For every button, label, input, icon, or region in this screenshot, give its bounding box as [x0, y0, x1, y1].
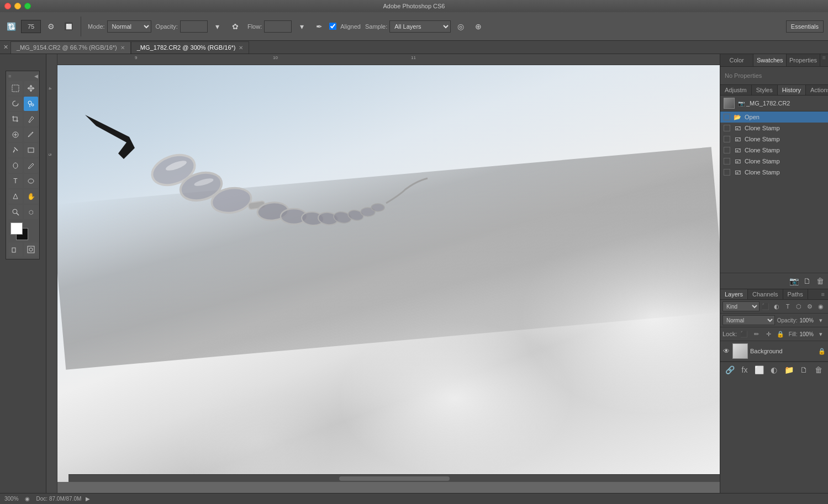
extra-tool[interactable]: ⬡ — [24, 205, 38, 219]
zoom-indicator-btn[interactable]: ◉ — [23, 495, 32, 503]
toolbox-drag-handle[interactable]: ≡ — [8, 73, 11, 79]
lasso-tool[interactable] — [8, 97, 23, 111]
paths-tab[interactable]: Paths — [783, 289, 808, 299]
history-item-5[interactable]: 🖃 Clone Stamp — [720, 167, 828, 178]
history-item-0[interactable]: 📂 Open — [720, 112, 828, 123]
channels-tab[interactable]: Channels — [748, 289, 783, 299]
new-snapshot-button[interactable]: 📷 — [788, 275, 799, 287]
filter-toggle[interactable]: ◉ — [816, 301, 826, 311]
close-button[interactable] — [4, 3, 11, 9]
move-tool[interactable] — [24, 81, 38, 96]
tab-close-0[interactable]: ✕ — [120, 45, 125, 51]
aligned-checkbox[interactable] — [329, 23, 336, 30]
history-item-4[interactable]: 🖃 Clone Stamp — [720, 156, 828, 167]
delete-state-button[interactable]: 🗑 — [815, 275, 826, 287]
toolbox-collapse[interactable]: ◀ — [34, 73, 38, 79]
lock-position-btn[interactable]: ✛ — [763, 329, 773, 339]
layer-filter-select[interactable]: Kind — [722, 301, 760, 311]
layer-row-background[interactable]: 👁 Background 🔒 — [720, 341, 828, 362]
history-item-label-0: Open — [745, 114, 760, 120]
eyedropper-tool[interactable] — [24, 112, 38, 126]
path-select-tool[interactable] — [8, 189, 23, 204]
adjustm-tab[interactable]: Adjustm — [720, 85, 752, 95]
foreground-background-colors[interactable] — [10, 222, 29, 241]
delete-layer-btn[interactable]: 🗑 — [813, 364, 824, 375]
mode-select[interactable]: Normal Multiply Screen — [107, 20, 151, 33]
history-item-3[interactable]: 🖃 Clone Stamp — [720, 145, 828, 156]
quick-mask-mode[interactable] — [24, 242, 38, 257]
filter-shape-btn[interactable]: ⬡ — [794, 301, 804, 311]
link-layers-btn[interactable]: 🔗 — [724, 364, 735, 375]
properties-tab[interactable]: Properties — [787, 54, 820, 66]
tab-1[interactable]: _MG_1782.CR2 @ 300% (RGB/16*) ✕ — [131, 41, 250, 54]
minimize-button[interactable] — [14, 3, 21, 9]
brush-tool[interactable] — [8, 143, 23, 157]
foreground-color-swatch[interactable] — [10, 222, 23, 235]
tab-close-1[interactable]: ✕ — [239, 45, 243, 51]
swatches-tab[interactable]: Swatches — [753, 54, 787, 66]
lock-transparent-btn[interactable]: ⬛ — [739, 329, 749, 339]
panel-menu-icon[interactable]: ≡ — [820, 54, 828, 66]
ellipse-tool[interactable] — [24, 174, 38, 188]
maximize-button[interactable] — [24, 3, 31, 9]
fill-arrow-btn[interactable]: ▾ — [816, 329, 826, 339]
opacity-arrow-btn[interactable]: ▾ — [816, 315, 826, 325]
quick-mask-standard[interactable] — [8, 242, 23, 257]
patch-tool[interactable] — [8, 158, 23, 173]
filter-adjust-btn[interactable]: ◐ — [772, 301, 782, 311]
canvas-area[interactable]: 9 10 11 4 5 — [46, 54, 720, 493]
zoom-tool[interactable] — [8, 205, 23, 219]
filter-pixel-btn[interactable]: ⬛ — [761, 301, 771, 311]
opacity-input[interactable]: 100% — [180, 20, 208, 33]
flow-input[interactable]: 100% — [264, 20, 292, 33]
spot-heal-tool[interactable] — [8, 128, 23, 142]
essentials-button[interactable]: Essentials — [786, 20, 824, 33]
opacity-arrow[interactable]: ▾ — [210, 19, 225, 34]
blend-mode-select[interactable]: Normal Multiply Screen — [722, 315, 775, 325]
tablet-btn[interactable]: ✒ — [312, 19, 327, 34]
sample-select[interactable]: All Layers Current Layer Current & Below — [389, 20, 451, 33]
tool-icon-1[interactable]: 🔃 — [3, 19, 19, 34]
marquee-tool[interactable] — [8, 81, 23, 96]
scrollbar-thumb[interactable] — [339, 476, 450, 481]
layer-visibility-eye[interactable]: 👁 — [722, 347, 730, 355]
ignore-btn[interactable]: ◎ — [453, 19, 468, 34]
brush-size-input[interactable] — [21, 20, 41, 33]
layer-mask-btn[interactable]: ⬜ — [754, 364, 765, 375]
crop-tool[interactable] — [8, 112, 23, 126]
play-button[interactable]: ▶ — [86, 496, 90, 502]
adjustment-layer-btn[interactable]: ◐ — [768, 364, 779, 375]
pencil-tool[interactable] — [24, 128, 38, 142]
history-item-2[interactable]: 🖃 Clone Stamp — [720, 134, 828, 145]
styles-tab[interactable]: Styles — [752, 85, 778, 95]
filter-type-btn[interactable]: T — [783, 301, 793, 311]
hand-tool[interactable]: ✋ — [24, 189, 38, 204]
history-item-1[interactable]: 🖃 Clone Stamp — [720, 123, 828, 134]
clone-offset-btn[interactable]: ⊕ — [471, 19, 486, 34]
tab-0[interactable]: _MG_9154.CR2 @ 66.7% (RGB/16*) ✕ — [10, 41, 131, 54]
history-file-name: _MG_1782.CR2 — [746, 100, 790, 107]
new-layer-btn[interactable]: 🗋 — [798, 364, 809, 375]
tool-icon-3[interactable]: 🔲 — [61, 19, 76, 34]
airbrush-toggle[interactable]: ✿ — [228, 19, 243, 34]
eraser-tool[interactable] — [24, 158, 38, 173]
color-tab[interactable]: Color — [720, 54, 753, 66]
new-document-button[interactable]: 🗋 — [801, 275, 813, 287]
layers-tab[interactable]: Layers — [720, 289, 748, 299]
layers-panel-menu[interactable]: ≡ — [818, 289, 828, 299]
clone-stamp-tool[interactable] — [24, 97, 38, 111]
tool-icon-2[interactable]: ⚙ — [43, 19, 59, 34]
filter-smart-btn[interactable]: ⚙ — [805, 301, 815, 311]
window-controls[interactable] — [4, 3, 31, 9]
history-tab[interactable]: History — [778, 85, 806, 95]
rectangle-tool[interactable] — [24, 143, 38, 157]
actions-tab[interactable]: Actions — [806, 85, 828, 95]
flow-arrow[interactable]: ▾ — [294, 19, 309, 34]
close-all-icon[interactable]: ✕ — [1, 44, 10, 51]
type-tool[interactable]: T — [8, 174, 23, 188]
horizontal-scrollbar[interactable] — [68, 474, 720, 482]
lock-image-btn[interactable]: ✏ — [751, 329, 761, 339]
layer-style-btn[interactable]: fx — [739, 364, 750, 375]
lock-all-btn[interactable]: 🔒 — [776, 329, 785, 339]
new-group-btn[interactable]: 📁 — [783, 364, 794, 375]
